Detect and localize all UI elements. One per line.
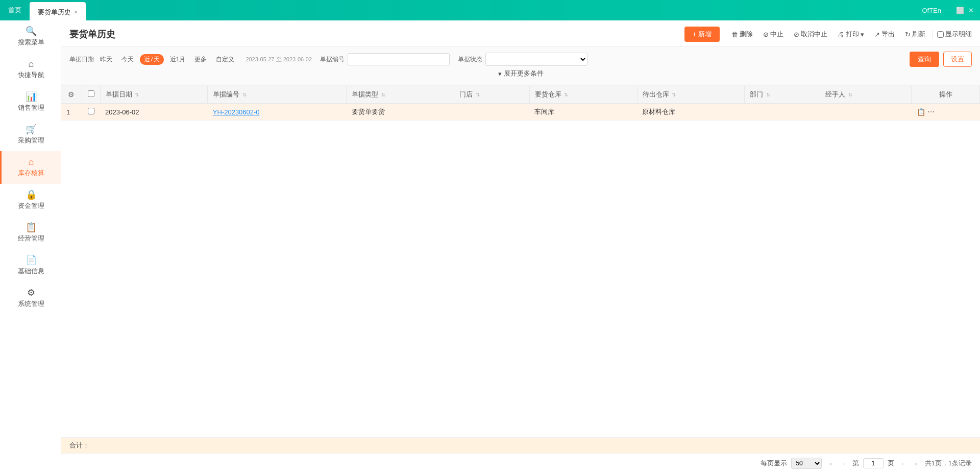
- print-button[interactable]: 🖨 打印 ▾: [835, 28, 867, 41]
- window-close-icon[interactable]: ✕: [968, 7, 974, 14]
- doc-no-link[interactable]: YH-20230602-0: [213, 108, 260, 116]
- window-minimize-icon[interactable]: —: [945, 7, 952, 14]
- finance-mgmt-icon: 🔒: [26, 190, 37, 199]
- brand-label: OfTEn: [922, 7, 941, 14]
- more-action-icon[interactable]: ⋯: [927, 108, 935, 116]
- query-button[interactable]: 查询: [910, 52, 939, 67]
- select-all-checkbox[interactable]: [88, 90, 94, 97]
- date-btn-custom[interactable]: 自定义: [213, 54, 237, 65]
- pagination-bar: 每页显示 10 20 50 100 « ‹ 第 页 › » 共1页，1条记录: [61, 453, 980, 473]
- refresh-icon: ↻: [905, 31, 911, 38]
- topbar: 首页 要货单历史 × OfTEn — ⬜ ✕: [0, 0, 980, 20]
- tab-requisition-history-label: 要货单历史: [38, 8, 71, 17]
- toolbar-divider-2: [933, 30, 933, 38]
- sidebar-item-system-mgmt[interactable]: ⚙ 系统管理: [0, 282, 61, 315]
- sort-doc-date-icon[interactable]: ⇅: [135, 92, 139, 98]
- tab-close-icon[interactable]: ×: [74, 9, 78, 16]
- sidebar-item-basic-info-label: 基础信息: [18, 267, 44, 276]
- toolbar: + 新增 🗑 删除 ⊘ 中止 ⊘ 取消中止 🖨 打印 ▾: [684, 27, 972, 42]
- td-doc-date: 2023-06-02: [100, 104, 208, 121]
- sidebar-item-purchase-mgmt[interactable]: 🛒 采购管理: [0, 119, 61, 151]
- refresh-button[interactable]: ↻ 刷新: [902, 28, 928, 41]
- th-operation: 操作: [912, 86, 980, 104]
- tab-home[interactable]: 首页: [0, 0, 30, 20]
- export-icon: ↗: [874, 31, 880, 38]
- sidebar-item-sales-mgmt[interactable]: 📊 销售管理: [0, 86, 61, 119]
- sidebar-item-search-menu-label: 搜索菜单: [18, 38, 44, 47]
- th-doc-no: 单据编号 ⇅: [208, 86, 347, 104]
- date-btn-yesterday[interactable]: 昨天: [97, 54, 115, 65]
- sidebar-item-search-menu[interactable]: 🔍 搜索菜单: [0, 20, 61, 53]
- topbar-right: OfTEn — ⬜ ✕: [922, 7, 980, 14]
- th-store: 门店 ⇅: [454, 86, 530, 104]
- cancel-stop-button[interactable]: ⊘ 取消中止: [791, 28, 830, 41]
- date-range-display: 2023-05-27 至 2023-06-02: [246, 56, 312, 63]
- edit-action-icon[interactable]: 📋: [917, 108, 925, 116]
- sidebar-item-inventory[interactable]: ⌂ 库存核算: [0, 151, 61, 184]
- sidebar-item-sales-mgmt-label: 销售管理: [18, 103, 44, 112]
- delete-icon: 🗑: [731, 31, 738, 38]
- sort-department-icon[interactable]: ⇅: [766, 92, 770, 98]
- export-label: 导出: [881, 30, 895, 39]
- th-handler-label: 经手人: [825, 90, 845, 98]
- next-page-button[interactable]: ›: [898, 459, 906, 468]
- settings-button[interactable]: 设置: [943, 52, 972, 67]
- date-btn-more[interactable]: 更多: [191, 54, 210, 65]
- sort-req-warehouse-icon[interactable]: ⇅: [564, 92, 568, 98]
- sidebar-item-purchase-mgmt-label: 采购管理: [18, 136, 44, 145]
- th-req-warehouse-label: 要货仓库: [535, 90, 561, 98]
- prev-page-button[interactable]: ‹: [840, 459, 848, 468]
- display-detail-checkbox[interactable]: [937, 31, 944, 38]
- sort-doc-no-icon[interactable]: ⇅: [242, 92, 247, 98]
- window-maximize-icon[interactable]: ⬜: [956, 7, 964, 14]
- sidebar: 🔍 搜索菜单 ⌂ 快捷导航 📊 销售管理 🛒 采购管理 ⌂ 库存核算 🔒 资金管…: [0, 20, 61, 473]
- page-size-select[interactable]: 10 20 50 100: [791, 458, 822, 469]
- row-checkbox-1[interactable]: [88, 108, 94, 114]
- date-btn-last7days[interactable]: 近7天: [140, 54, 164, 65]
- sort-handler-icon[interactable]: ⇅: [848, 92, 852, 98]
- date-btn-last1month[interactable]: 近1月: [167, 54, 189, 65]
- sidebar-item-system-mgmt-label: 系统管理: [18, 299, 44, 309]
- sidebar-item-basic-info[interactable]: 📄 基础信息: [0, 249, 61, 282]
- export-button[interactable]: ↗ 导出: [871, 28, 898, 41]
- th-doc-type: 单据类型 ⇅: [347, 86, 454, 104]
- th-settings: ⚙: [61, 86, 82, 104]
- th-pending-warehouse: 待出仓库 ⇅: [637, 86, 745, 104]
- th-handler: 经手人 ⇅: [820, 86, 911, 104]
- td-doc-type: 要货单要货: [347, 104, 454, 121]
- sidebar-item-quick-nav[interactable]: ⌂ 快捷导航: [0, 53, 61, 86]
- td-req-warehouse: 车间库: [529, 104, 637, 121]
- th-department-label: 部门: [750, 90, 763, 98]
- last-page-button[interactable]: »: [911, 459, 920, 468]
- page-number-input[interactable]: [863, 458, 884, 468]
- cancel-stop-icon: ⊘: [794, 31, 799, 38]
- status-select[interactable]: [485, 53, 587, 66]
- display-detail-toggle[interactable]: 显示明细: [937, 30, 972, 39]
- first-page-button[interactable]: «: [826, 459, 836, 468]
- sort-pending-warehouse-icon[interactable]: ⇅: [672, 92, 676, 98]
- sidebar-item-finance-mgmt[interactable]: 🔒 资金管理: [0, 184, 61, 217]
- new-button[interactable]: + 新增: [684, 27, 720, 42]
- td-handler: [820, 104, 911, 121]
- sort-doc-type-icon[interactable]: ⇅: [381, 92, 385, 98]
- stop-button[interactable]: ⊘ 中止: [760, 28, 787, 41]
- topbar-tabs: 首页 要货单历史 ×: [0, 0, 86, 20]
- date-filter-group: 单据日期 昨天 今天 近7天 近1月 更多 自定义: [69, 54, 237, 65]
- date-btn-today[interactable]: 今天: [118, 54, 137, 65]
- sidebar-item-inventory-label: 库存核算: [18, 169, 44, 178]
- content-area: 要货单历史 + 新增 🗑 删除 ⊘ 中止 ⊘ 取消中止 🖨 打: [61, 20, 980, 473]
- delete-button[interactable]: 🗑 删除: [728, 28, 756, 41]
- th-req-warehouse: 要货仓库 ⇅: [529, 86, 637, 104]
- table-container: ⚙ 单据日期 ⇅ 单据编号 ⇅: [61, 86, 980, 437]
- th-doc-type-label: 单据类型: [352, 90, 378, 98]
- sidebar-item-operations-mgmt[interactable]: 📋 经营管理: [0, 217, 61, 249]
- td-operation: 📋 ⋯: [912, 104, 980, 121]
- sort-store-icon[interactable]: ⇅: [476, 92, 480, 98]
- sidebar-item-operations-mgmt-label: 经营管理: [18, 234, 44, 243]
- expand-more-button[interactable]: ▾ 展开更多条件: [69, 67, 972, 80]
- tab-requisition-history[interactable]: 要货单历史 ×: [30, 2, 86, 22]
- doc-no-input[interactable]: [348, 53, 450, 65]
- refresh-label: 刷新: [912, 30, 925, 39]
- column-settings-icon[interactable]: ⚙: [68, 90, 75, 99]
- td-pending-warehouse: 原材料仓库: [637, 104, 745, 121]
